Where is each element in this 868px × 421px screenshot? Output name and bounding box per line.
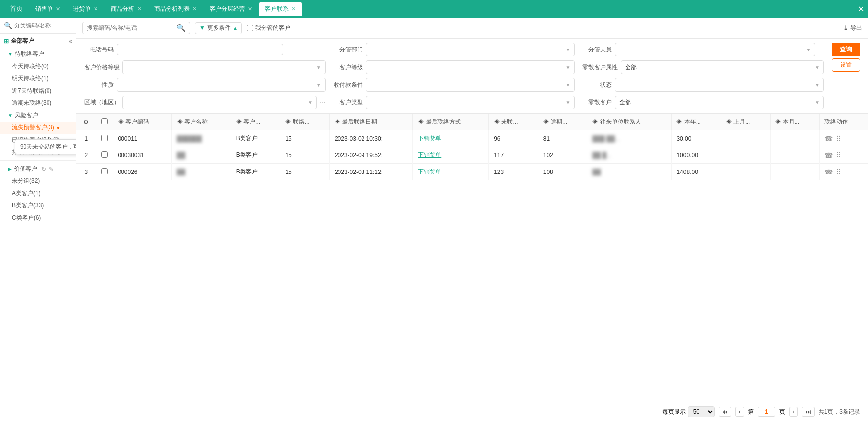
sidebar-item-a-class[interactable]: A类客户(1) (0, 187, 76, 199)
filter-type-select[interactable]: ▼ (366, 96, 575, 109)
filter-price-tier-label: 客户价格等级 (84, 63, 120, 72)
filter-row-4: 区域（地区） ▼ ··· 客户类型 ▼ (84, 96, 824, 109)
row-2-checkbox[interactable] (101, 151, 108, 158)
chevron-down-icon-tier: ▼ (565, 65, 570, 70)
tab-customer-tier-close[interactable]: ✕ (248, 6, 252, 12)
row-1-uncontacted: 96 (489, 130, 538, 147)
filter-payment-select[interactable]: ▼ (366, 78, 575, 92)
chevron-down-icon-region: ▼ (308, 100, 313, 105)
page-next-btn[interactable]: › (789, 407, 798, 417)
row-2-more-icon[interactable]: ⠿ (836, 151, 841, 159)
page-last-btn[interactable]: ⏭ (802, 407, 815, 417)
sidebar-item-b-class[interactable]: B类客户(33) (0, 199, 76, 212)
table-settings-icon[interactable]: ⚙ (83, 119, 89, 125)
filter-retail-attr-select[interactable]: 全部 ▼ (621, 60, 824, 74)
tab-customer-contact-close[interactable]: ✕ (291, 6, 296, 12)
row-1-link[interactable]: 下销货单 (418, 135, 441, 142)
sidebar-item-c-class[interactable]: C类客户(6) (0, 212, 76, 224)
tab-product-list[interactable]: 商品分析列表 ✕ (148, 2, 203, 16)
main-search-icon[interactable]: 🔍 (176, 24, 186, 32)
row-check-3 (96, 164, 113, 180)
row-check-2 (96, 147, 113, 164)
filter-region-field: 区域（地区） ▼ ··· (84, 96, 326, 109)
filter-price-tier-select[interactable]: ▼ (122, 60, 326, 74)
sidebar-group-risk-title[interactable]: ▼ 风险客户 (0, 109, 76, 122)
tab-purchase-close[interactable]: ✕ (94, 6, 98, 12)
row-2-link[interactable]: 下销货单 (418, 151, 441, 158)
row-2-action-icons: ☎ ⠿ (824, 151, 863, 159)
page-prev-btn[interactable]: ‹ (735, 407, 744, 417)
page-size-select[interactable]: 50 100 200 (688, 406, 715, 417)
filter-nature-label: 性质 (84, 81, 114, 89)
row-2-name: ██ (172, 147, 231, 164)
row-1-action: ☎ ⠿ (820, 130, 868, 147)
settings-button[interactable]: 设置 (832, 58, 860, 72)
tab-product-analysis[interactable]: 商品分析 ✕ (105, 2, 147, 16)
filter-retail-select[interactable]: 全部 ▼ (615, 96, 824, 109)
filter-status-select[interactable]: ▼ (615, 78, 824, 92)
sidebar-item-overdue-contact[interactable]: 逾期未联络(30) (0, 97, 76, 109)
search-bar-end: ⤓ 导出 (844, 24, 862, 32)
tab-purchase[interactable]: 进货单 ✕ (67, 2, 104, 16)
row-3-name: ██ (172, 164, 231, 180)
my-customers-checkbox[interactable] (247, 25, 253, 31)
filter-retail-attr-label: 零散客户属性 (582, 63, 618, 72)
row-1-last-date: 2023-03-02 10:30: (329, 130, 412, 147)
filter-phone-input[interactable] (117, 44, 283, 55)
filter-customer-tier-select[interactable]: ▼ (366, 60, 575, 74)
row-3-more-icon[interactable]: ⠿ (836, 168, 841, 176)
filter-person-select[interactable]: ▼ (615, 43, 815, 56)
row-1-more-icon[interactable]: ⠿ (836, 135, 841, 143)
row-1-unit-contact: ███ ██... (587, 130, 672, 147)
all-customers-label: 全部客户 (11, 37, 34, 45)
select-all-checkbox[interactable] (101, 118, 108, 124)
my-customers-checkbox-label[interactable]: 我分管的客户 (247, 24, 290, 32)
value-group-edit-icon[interactable]: ↻ (41, 166, 46, 173)
main-search-input[interactable] (87, 25, 174, 31)
tab-purchase-label: 进货单 (73, 5, 91, 13)
row-3-phone-icon[interactable]: ☎ (824, 168, 833, 176)
sidebar-item-churn-warning[interactable]: 流失预警客户(3) ● (0, 122, 76, 134)
filter-region-select[interactable]: ▼ (122, 96, 317, 109)
sidebar-group-value-title[interactable]: ▶ 价值客户 ↻ ✎ (0, 163, 76, 175)
export-btn[interactable]: ⤓ 导出 (844, 24, 862, 32)
query-button[interactable]: 查询 (832, 43, 860, 56)
tab-sales-close[interactable]: ✕ (56, 6, 60, 12)
filter-retail-attr-value: 全部 (625, 63, 637, 72)
row-1-phone-icon[interactable]: ☎ (824, 135, 833, 143)
tab-product-list-close[interactable]: ✕ (193, 6, 197, 12)
sidebar-item-tomorrow[interactable]: 明天待联络(1) (0, 73, 76, 85)
pagination: 每页显示 50 100 200 ⏮ ‹ 第 页 › ⏭ 共1页，3条记录 (76, 402, 868, 421)
sidebar-collapse-btn[interactable]: « (69, 38, 72, 45)
tab-customer-tier[interactable]: 客户分层经营 ✕ (204, 2, 258, 16)
row-1-contact-count: 15 (280, 130, 330, 147)
row-3-link[interactable]: 下销货单 (418, 168, 441, 175)
tab-customer-contact[interactable]: 客户联系 ✕ (259, 2, 302, 16)
sidebar-item-week[interactable]: 近7天待联络(0) (0, 85, 76, 97)
tab-product-analysis-close[interactable]: ✕ (137, 6, 142, 12)
row-2-code: 00030031 (113, 147, 172, 164)
sidebar-item-ungrouped[interactable]: 未分组(32) (0, 175, 76, 187)
sidebar-group-risk-label: 风险客户 (15, 111, 38, 120)
tab-customer-tier-label: 客户分层经营 (210, 5, 245, 13)
row-2-last-type: 下销货单 (413, 147, 489, 164)
filter-nature-select[interactable]: ▼ (117, 78, 326, 92)
tab-home[interactable]: 首页 (4, 2, 28, 16)
row-3-checkbox[interactable] (101, 168, 108, 174)
page-first-btn[interactable]: ⏮ (719, 407, 731, 417)
sidebar-item-today[interactable]: 今天待联络(0) (0, 60, 76, 73)
sidebar-search-input[interactable] (14, 22, 76, 29)
page-num-input[interactable] (758, 407, 775, 417)
row-3-this-year: 1408.00 (672, 164, 721, 180)
filter-person-ellipsis[interactable]: ··· (818, 46, 824, 53)
filter-region-ellipsis[interactable]: ··· (320, 99, 326, 106)
tab-sales[interactable]: 销售单 ✕ (29, 2, 66, 16)
row-2-phone-icon[interactable]: ☎ (824, 151, 833, 159)
sidebar-group-pending-title[interactable]: ▼ 待联络客户 (0, 48, 76, 60)
value-group-settings-icon[interactable]: ✎ (49, 166, 54, 173)
row-1-checkbox[interactable] (101, 135, 108, 141)
all-customers-header[interactable]: ⊞ 全部客户 « (0, 34, 76, 48)
filter-dept-select[interactable]: ▼ (366, 43, 575, 56)
more-filter-btn[interactable]: ▼ 更多条件 ▲ (195, 22, 242, 34)
close-window-btn[interactable]: ✕ (858, 4, 864, 14)
